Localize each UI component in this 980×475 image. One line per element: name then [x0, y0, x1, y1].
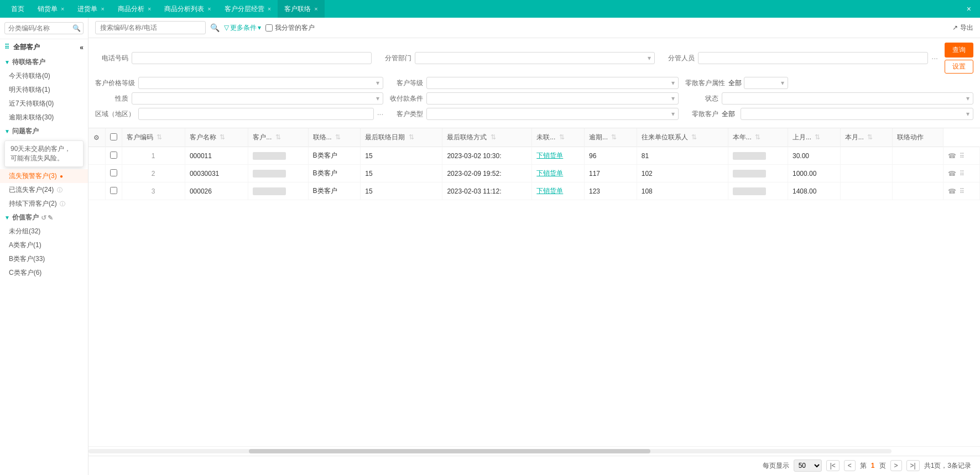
nav-item-purchase[interactable]: 进货单 × — [71, 0, 111, 18]
sort-last-month-icon[interactable]: ⇅ — [815, 133, 820, 141]
filter-search-input[interactable] — [95, 21, 206, 34]
filter-search-button[interactable]: 🔍 — [210, 23, 220, 32]
row-code-2[interactable]: 000026 — [185, 182, 248, 200]
region-dots-button[interactable]: ··· — [377, 109, 384, 118]
sort-company-contact-icon[interactable]: ⇅ — [691, 133, 697, 141]
edit-icon[interactable]: ✎ — [48, 214, 53, 222]
refresh-icon[interactable]: ↺ — [41, 214, 46, 222]
manager-dots-button[interactable]: ··· — [931, 54, 938, 62]
close-purchase-tab[interactable]: × — [101, 6, 104, 12]
sidebar-item-today-contact[interactable]: 今天待联络(0) — [0, 69, 88, 83]
first-page-button[interactable]: |< — [826, 460, 840, 471]
prev-page-button[interactable]: < — [844, 460, 856, 471]
contact-action-icon-2[interactable]: ☎ — [948, 187, 956, 195]
next-page-button[interactable]: > — [890, 460, 902, 471]
th-action: 联络动作 — [893, 128, 943, 147]
data-table: ⚙ 客户编码 ⇅ 客户名称 ⇅ 客户... — [88, 128, 980, 200]
sidebar-item-churned[interactable]: 已流失客户(24) ⓘ — [0, 183, 88, 197]
row-checkbox-0[interactable] — [110, 152, 117, 159]
close-customer-tier-tab[interactable]: × — [268, 6, 271, 12]
all-customers-section[interactable]: ⠿ 全部客户 « — [0, 39, 88, 55]
nature-select[interactable]: ▾ — [132, 92, 383, 105]
row-last-method-1[interactable]: 下销货单 — [532, 165, 585, 182]
th-last-date: 最后联络日期 ⇅ — [361, 128, 442, 147]
row-contact-0: 15 — [361, 147, 442, 165]
row-last-method-2[interactable]: 下销货单 — [532, 182, 585, 200]
nav-item-goods-analysis[interactable]: 商品分析 × — [111, 0, 158, 18]
scrollbar-thumb[interactable] — [249, 449, 650, 453]
sidebar-item-7days-contact[interactable]: 近7天待联络(0) — [0, 97, 88, 111]
row-code-0[interactable]: 000011 — [185, 147, 248, 165]
sidebar-search-input[interactable] — [4, 22, 84, 34]
sort-code-icon[interactable]: ⇅ — [157, 133, 162, 141]
manager-input[interactable] — [698, 52, 928, 64]
sidebar-item-tomorrow-contact[interactable]: 明天待联络(1) — [0, 83, 88, 97]
close-goods-analysis-list-tab[interactable]: × — [207, 6, 211, 12]
payment-arrow-icon: ▾ — [671, 95, 675, 102]
last-page-button[interactable]: >| — [906, 460, 920, 471]
more-action-icon-2[interactable]: ⠿ — [960, 187, 965, 195]
horizontal-scrollbar[interactable] — [88, 446, 980, 456]
more-conditions-toggle[interactable]: ▽ 更多条件 ▾ — [224, 23, 261, 33]
retail-customer-select[interactable]: ▾ — [741, 108, 973, 120]
region-input[interactable] — [138, 108, 374, 120]
nav-item-customer-contact[interactable]: 客户联络 × — [278, 0, 324, 18]
row-name-1 — [248, 165, 308, 182]
phone-input[interactable] — [132, 52, 372, 64]
sort-uncontact-icon[interactable]: ⇅ — [559, 133, 565, 141]
row-last-method-0[interactable]: 下销货单 — [532, 147, 585, 165]
contact-action-icon-0[interactable]: ☎ — [948, 152, 956, 160]
sidebar-item-b-class[interactable]: B类客户(33) — [0, 252, 88, 266]
close-goods-analysis-tab[interactable]: × — [148, 6, 151, 12]
row-code-1[interactable]: 00030031 — [185, 165, 248, 182]
settings-button[interactable]: 设置 — [945, 60, 973, 74]
sort-contact-icon[interactable]: ⇅ — [335, 133, 341, 141]
retail-attr-select-container: 全部 ▾ — [728, 77, 788, 89]
row-checkbox-1[interactable] — [110, 169, 117, 176]
scrollbar-track[interactable] — [88, 449, 892, 453]
close-customer-contact-tab[interactable]: × — [314, 6, 317, 12]
dept-select[interactable]: ▾ — [415, 52, 655, 64]
contact-action-icon-1[interactable]: ☎ — [948, 170, 956, 178]
sidebar-item-a-class[interactable]: A类客户(1) — [0, 238, 88, 252]
sort-type-icon[interactable]: ⇅ — [275, 133, 281, 141]
more-action-icon-0[interactable]: ⠿ — [960, 152, 965, 160]
customer-type-select[interactable]: ▾ — [426, 108, 678, 120]
my-customers-checkbox[interactable] — [265, 24, 273, 32]
sidebar-item-overdue-contact[interactable]: 逾期未联络(30) — [0, 111, 88, 124]
pending-contact-group[interactable]: ▼ 待联络客户 — [0, 55, 88, 69]
retail-attr-select[interactable]: ▾ — [744, 77, 788, 89]
sidebar-item-declining[interactable]: 持续下滑客户(2) ⓘ — [0, 197, 88, 211]
more-action-icon-1[interactable]: ⠿ — [960, 170, 965, 178]
nav-item-customer-tier[interactable]: 客户分层经营 × — [218, 0, 278, 18]
sort-this-year-icon[interactable]: ⇅ — [755, 133, 760, 141]
customer-level-select[interactable]: ▾ — [426, 77, 678, 89]
sort-last-method-icon[interactable]: ⇅ — [491, 133, 496, 141]
sort-last-date-icon[interactable]: ⇅ — [409, 133, 414, 141]
sort-overdue-icon[interactable]: ⇅ — [611, 133, 617, 141]
row-checkbox-2[interactable] — [110, 187, 117, 194]
nav-item-sales[interactable]: 销货单 × — [31, 0, 71, 18]
per-page-select[interactable]: 50 100 200 — [794, 460, 822, 472]
value-customer-group[interactable]: ▼ 价值客户 ↺ ✎ — [0, 211, 88, 225]
nav-item-goods-analysis-list[interactable]: 商品分析列表 × — [158, 0, 217, 18]
sidebar-item-unclassified[interactable]: 未分组(32) — [0, 225, 88, 238]
sidebar-item-c-class[interactable]: C类客户(6) — [0, 266, 88, 280]
status-select[interactable]: ▾ — [722, 92, 973, 105]
export-button[interactable]: ↗ 导出 — [952, 23, 973, 33]
settings-column-header[interactable]: ⚙ — [88, 128, 105, 147]
sidebar-item-churn-warning[interactable]: 流失预警客户(3) ● — [0, 169, 88, 183]
nav-item-home[interactable]: 首页 — [4, 0, 31, 18]
sort-name-icon[interactable]: ⇅ — [220, 133, 225, 141]
payment-select[interactable]: ▾ — [426, 92, 678, 105]
row-last-month-0 — [840, 147, 893, 165]
price-level-select[interactable]: ▾ — [138, 77, 383, 89]
select-all-checkbox[interactable] — [110, 133, 117, 140]
window-close-button[interactable]: × — [962, 4, 976, 13]
problem-customer-group[interactable]: ▼ 问题客户 — [0, 124, 88, 138]
row-action-1: ☎ ⠿ — [943, 165, 979, 182]
sort-this-month-icon[interactable]: ⇅ — [867, 133, 873, 141]
close-sales-tab[interactable]: × — [61, 6, 64, 12]
row-name-2 — [248, 182, 308, 200]
query-button[interactable]: 查询 — [945, 43, 973, 58]
